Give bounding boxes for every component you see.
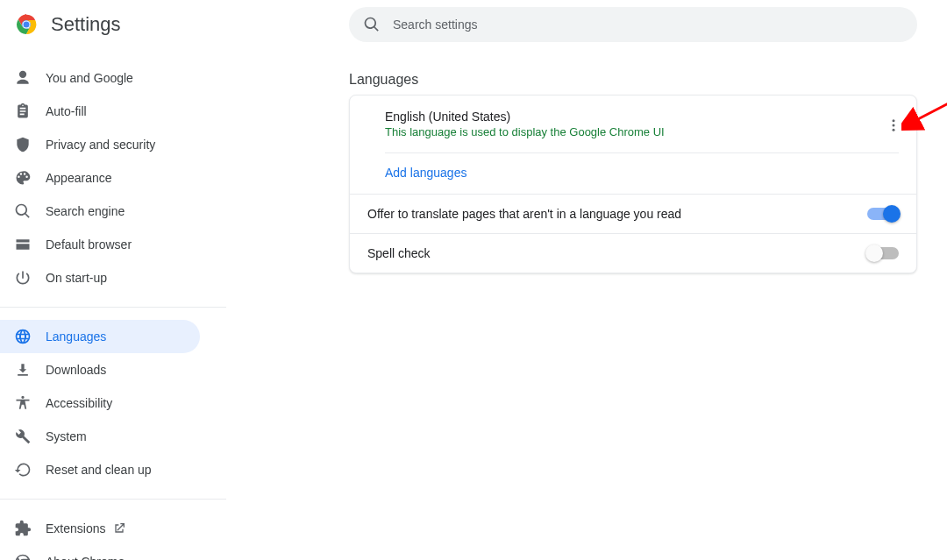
sidebar-item-search-engine[interactable]: Search engine: [0, 195, 200, 228]
search-icon: [0, 202, 46, 220]
translate-row: Offer to translate pages that aren't in …: [350, 195, 916, 233]
language-more-button[interactable]: [878, 110, 909, 141]
wrench-icon: [0, 428, 46, 445]
search-input[interactable]: [391, 17, 903, 32]
sidebar-item-downloads[interactable]: Downloads: [0, 353, 200, 386]
palette-icon: [0, 169, 46, 187]
sidebar-item-on-startup[interactable]: On start-up: [0, 261, 200, 294]
sidebar-item-privacy[interactable]: Privacy and security: [0, 128, 200, 161]
download-icon: [0, 361, 46, 379]
accessibility-icon: [0, 394, 46, 412]
main: Languages English (United States) This l…: [226, 0, 947, 560]
open-in-new-icon: [112, 521, 126, 535]
extension-icon: [0, 520, 46, 537]
sidebar-item-label: You and Google: [46, 71, 133, 85]
sidebar-item-label: On start-up: [46, 271, 107, 285]
sidebar-item-label: Reset and clean up: [46, 463, 152, 477]
svg-point-5: [24, 22, 30, 28]
sidebar-item-appearance[interactable]: Appearance: [0, 161, 200, 195]
window-icon: [0, 236, 46, 253]
add-languages-button[interactable]: Add languages: [385, 153, 899, 194]
sidebar: You and Google Auto-fill Privacy and sec…: [0, 49, 226, 560]
shield-icon: [0, 136, 46, 153]
sidebar-item-languages[interactable]: Languages: [0, 320, 200, 353]
sidebar-item-autofill[interactable]: Auto-fill: [0, 95, 200, 128]
sidebar-item-label: Accessibility: [46, 396, 112, 410]
sidebar-item-label: Search engine: [46, 204, 125, 218]
sidebar-item-label: Default browser: [46, 237, 132, 252]
languages-card: English (United States) This language is…: [349, 95, 917, 273]
sidebar-item-about[interactable]: About Chrome: [0, 545, 200, 560]
sidebar-item-accessibility[interactable]: Accessibility: [0, 386, 200, 420]
sidebar-item-label: About Chrome: [46, 555, 125, 560]
divider: [0, 499, 226, 500]
sidebar-item-label: Languages: [46, 330, 106, 344]
language-name: English (United States): [385, 110, 665, 124]
spellcheck-toggle[interactable]: [867, 247, 899, 259]
spellcheck-row: Spell check: [350, 234, 916, 273]
spellcheck-label: Spell check: [367, 246, 867, 260]
search-bar[interactable]: [349, 7, 917, 42]
svg-point-7: [893, 124, 895, 127]
sidebar-item-default-browser[interactable]: Default browser: [0, 228, 200, 261]
svg-point-6: [893, 119, 895, 122]
sidebar-item-extensions[interactable]: Extensions: [0, 512, 200, 545]
sidebar-item-label: Downloads: [46, 363, 106, 377]
svg-point-8: [893, 129, 895, 131]
chrome-outline-icon: [0, 553, 46, 560]
sidebar-item-label: Extensions: [46, 521, 105, 535]
sidebar-item-you-and-google[interactable]: You and Google: [0, 61, 200, 95]
svg-line-9: [915, 48, 947, 121]
search-icon: [363, 16, 381, 33]
language-row: English (United States) This language is…: [385, 96, 899, 145]
sidebar-item-label: Privacy and security: [46, 138, 155, 152]
globe-icon: [0, 328, 46, 345]
sidebar-item-label: System: [46, 429, 87, 443]
chrome-logo-icon: [16, 14, 37, 35]
restore-icon: [0, 461, 46, 478]
power-icon: [0, 269, 46, 287]
translate-label: Offer to translate pages that aren't in …: [367, 207, 867, 221]
translate-toggle[interactable]: [867, 208, 899, 220]
sidebar-item-system[interactable]: System: [0, 420, 200, 453]
person-icon: [0, 69, 46, 87]
language-note: This language is used to display the Goo…: [385, 125, 665, 138]
page-title: Settings: [51, 13, 121, 36]
assignment-icon: [0, 103, 46, 120]
divider: [0, 307, 226, 308]
sidebar-item-label: Appearance: [46, 171, 112, 185]
sidebar-item-reset[interactable]: Reset and clean up: [0, 453, 200, 486]
sidebar-item-label: Auto-fill: [46, 104, 87, 118]
section-title: Languages: [349, 72, 418, 88]
